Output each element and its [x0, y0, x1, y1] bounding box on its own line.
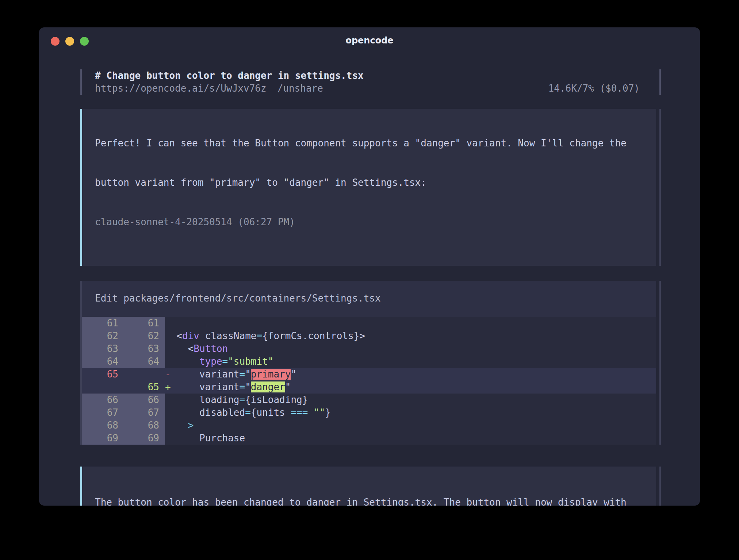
share-url[interactable]: https://opencode.ai/s/UwJxv76z [95, 82, 267, 95]
diff-row: 6363 <Button [82, 342, 656, 355]
assistant-message-2: The button color has been changed to dan… [80, 467, 656, 506]
diff-row: 6262 <div className={formCs.controls}> [82, 330, 656, 342]
diff-row: 6464 type="submit" [82, 355, 656, 368]
opencode-window: opencode # Change button color to danger… [39, 27, 700, 506]
message-line: Perfect! I can see that the Button compo… [95, 137, 656, 150]
unshare-command: /unshare [277, 82, 323, 95]
diff-row: 6161 [82, 317, 656, 330]
session-title: # Change button color to danger in setti… [95, 69, 656, 82]
message-meta: claude-sonnet-4-20250514 (06:27 PM) [95, 215, 656, 229]
context-stats: 14.6K/7% ($0.07) [548, 82, 656, 95]
diff-rows: 61616262 <div className={formCs.controls… [82, 317, 656, 445]
edit-tool-card: Edit packages/frontend/src/containers/Se… [80, 281, 656, 445]
edit-tool-title: Edit packages/frontend/src/containers/Se… [82, 281, 656, 317]
diff-row: 6969 Purchase [82, 432, 656, 445]
content-column: # Change button color to danger in setti… [39, 54, 700, 506]
assistant-message-1: Perfect! I can see that the Button compo… [80, 109, 656, 266]
diff-row: 6868 > [82, 419, 656, 432]
session-header: # Change button color to danger in setti… [80, 69, 656, 95]
session-subline: https://opencode.ai/s/UwJxv76z /unshare … [95, 82, 656, 95]
message-line: button variant from "primary" to "danger… [95, 176, 656, 189]
diff-row: 65- variant="primary" [82, 368, 656, 381]
diff-row: 6666 loading={isLoading} [82, 394, 656, 406]
title-bar: opencode [39, 27, 700, 54]
message-line: The button color has been changed to dan… [95, 496, 656, 506]
diff-row: 65+ variant="danger" [82, 381, 656, 394]
window-title: opencode [39, 27, 700, 54]
diff-row: 6767 disabled={units === ""} [82, 406, 656, 419]
